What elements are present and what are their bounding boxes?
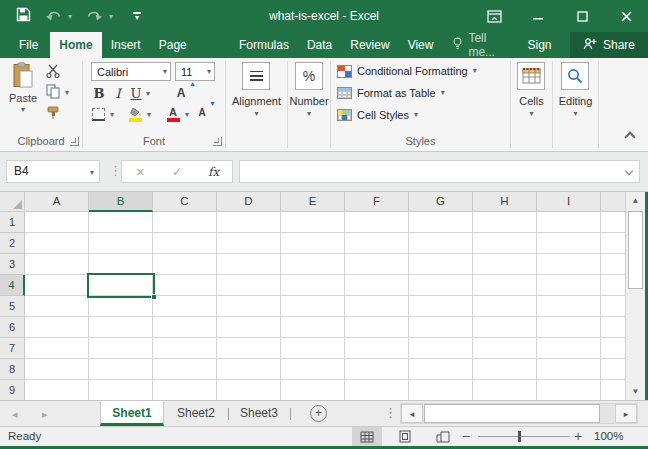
font-size-combo[interactable]: 11 ▾ bbox=[175, 62, 215, 81]
fill-color-caret-icon[interactable]: ▾ bbox=[147, 111, 151, 119]
close-button[interactable] bbox=[604, 0, 648, 32]
insert-function-button[interactable]: fx bbox=[195, 161, 232, 182]
horizontal-scrollbar[interactable]: ◂ ▸ bbox=[400, 403, 638, 424]
decrease-font-size-button[interactable]: A▼ bbox=[195, 104, 209, 120]
clipboard-dialog-launcher[interactable] bbox=[70, 137, 79, 146]
ribbon-display-options-icon[interactable] bbox=[472, 0, 516, 32]
expand-formula-bar-icon[interactable] bbox=[625, 167, 633, 175]
tab-insert[interactable]: Insert bbox=[102, 32, 150, 58]
tab-view[interactable]: View bbox=[399, 32, 443, 58]
row-header-2[interactable]: 2 bbox=[0, 233, 25, 254]
zoom-level[interactable]: 100% bbox=[594, 427, 623, 446]
alignment-caret-icon[interactable]: ▾ bbox=[226, 110, 287, 118]
customize-qat-icon[interactable]: ▾ bbox=[133, 12, 141, 20]
font-dialog-launcher[interactable] bbox=[213, 137, 222, 146]
copy-caret-icon[interactable]: ▾ bbox=[65, 89, 69, 97]
column-header-d[interactable]: D bbox=[217, 192, 281, 212]
column-header-f[interactable]: F bbox=[345, 192, 409, 212]
scroll-down-icon[interactable]: ▼ bbox=[626, 383, 645, 400]
tab-review[interactable]: Review bbox=[341, 32, 398, 58]
collapse-ribbon-icon[interactable] bbox=[624, 131, 635, 142]
page-break-preview-button[interactable] bbox=[428, 427, 458, 446]
editing-caret-icon[interactable]: ▾ bbox=[553, 110, 598, 118]
cells-area[interactable] bbox=[25, 212, 625, 400]
row-header-4-selected[interactable]: 4 bbox=[0, 275, 25, 296]
maximize-button[interactable] bbox=[560, 0, 604, 32]
cell-styles-button[interactable]: Cell Styles ▾ bbox=[337, 105, 418, 125]
formula-input[interactable] bbox=[239, 160, 640, 183]
sheet-tab-sheet2[interactable]: Sheet2 bbox=[166, 401, 226, 426]
tab-home[interactable]: Home bbox=[50, 32, 101, 58]
paste-button[interactable]: Paste ▾ bbox=[8, 62, 38, 114]
alignment-button[interactable] bbox=[242, 62, 270, 90]
column-header-i[interactable]: I bbox=[537, 192, 601, 212]
sheet-tab-sheet3[interactable]: Sheet3 bbox=[230, 401, 288, 426]
zoom-out-button[interactable]: − bbox=[462, 427, 470, 445]
next-sheet-icon[interactable]: ▸ bbox=[42, 401, 48, 427]
vertical-scrollbar-thumb[interactable] bbox=[628, 211, 643, 289]
underline-button[interactable]: U bbox=[129, 84, 143, 102]
sign-in-button[interactable]: Sign in bbox=[516, 32, 570, 58]
font-color-caret-icon[interactable]: ▾ bbox=[185, 111, 189, 119]
fill-color-button[interactable] bbox=[127, 105, 143, 123]
redo-caret-icon[interactable]: ▾ bbox=[109, 12, 113, 21]
zoom-slider-thumb[interactable] bbox=[518, 431, 521, 442]
horizontal-scrollbar-thumb[interactable] bbox=[424, 404, 600, 423]
zoom-slider-track[interactable] bbox=[478, 436, 570, 437]
increase-font-size-button[interactable]: A▲ bbox=[173, 84, 189, 102]
bold-button[interactable]: B bbox=[91, 84, 107, 102]
fill-handle[interactable] bbox=[151, 294, 157, 300]
borders-caret-icon[interactable]: ▾ bbox=[110, 111, 114, 119]
row-header-5[interactable]: 5 bbox=[0, 296, 25, 317]
tell-me-box[interactable]: Tell me... bbox=[442, 32, 515, 58]
select-all-button[interactable] bbox=[0, 192, 25, 212]
enter-button[interactable]: ✓ bbox=[159, 161, 196, 182]
cancel-button[interactable]: × bbox=[122, 161, 159, 182]
scroll-left-icon[interactable]: ◂ bbox=[401, 404, 423, 423]
row-header-8[interactable]: 8 bbox=[0, 359, 25, 380]
column-header-b-selected[interactable]: B bbox=[89, 192, 153, 212]
editing-button[interactable] bbox=[561, 62, 589, 90]
font-color-button[interactable]: A bbox=[165, 105, 181, 123]
minimize-button[interactable] bbox=[516, 0, 560, 32]
number-format-button[interactable]: % bbox=[295, 62, 323, 90]
share-button[interactable]: Share bbox=[570, 32, 648, 58]
borders-button[interactable] bbox=[91, 106, 106, 122]
column-header-e[interactable]: E bbox=[281, 192, 345, 212]
column-header-g[interactable]: G bbox=[409, 192, 473, 212]
column-header-c[interactable]: C bbox=[153, 192, 217, 212]
row-header-6[interactable]: 6 bbox=[0, 317, 25, 338]
cells-button[interactable] bbox=[517, 62, 545, 90]
format-painter-button[interactable] bbox=[44, 105, 62, 120]
conditional-formatting-button[interactable]: Conditional Formatting ▾ bbox=[337, 61, 477, 81]
tab-file[interactable]: File bbox=[7, 32, 50, 58]
redo-icon[interactable] bbox=[86, 7, 103, 25]
save-icon[interactable] bbox=[16, 7, 31, 26]
cut-button[interactable] bbox=[44, 63, 62, 78]
format-as-table-button[interactable]: Format as Table ▾ bbox=[337, 83, 445, 103]
tab-page-layout[interactable]: Page Layout bbox=[150, 32, 230, 58]
name-box[interactable]: B4 ▾ bbox=[6, 160, 100, 183]
tab-data[interactable]: Data bbox=[298, 32, 341, 58]
tab-formulas[interactable]: Formulas bbox=[230, 32, 298, 58]
name-box-caret-icon[interactable]: ▾ bbox=[90, 169, 94, 177]
font-family-combo[interactable]: Calibri ▾ bbox=[91, 62, 171, 81]
underline-caret-icon[interactable]: ▾ bbox=[146, 90, 150, 98]
selected-cell-b4[interactable] bbox=[87, 273, 155, 298]
row-header-3[interactable]: 3 bbox=[0, 254, 25, 275]
row-header-1[interactable]: 1 bbox=[0, 212, 25, 233]
row-header-7[interactable]: 7 bbox=[0, 338, 25, 359]
italic-button[interactable]: I bbox=[111, 84, 125, 102]
previous-sheet-icon[interactable]: ◂ bbox=[12, 401, 18, 427]
page-layout-view-button[interactable] bbox=[390, 427, 420, 446]
scroll-right-icon[interactable]: ▸ bbox=[615, 404, 637, 423]
zoom-in-button[interactable]: + bbox=[574, 427, 582, 445]
row-header-9[interactable]: 9 bbox=[0, 380, 25, 401]
new-sheet-button[interactable]: + bbox=[310, 405, 327, 422]
column-header-a[interactable]: A bbox=[25, 192, 89, 212]
cells-caret-icon[interactable]: ▾ bbox=[511, 110, 552, 118]
undo-icon[interactable] bbox=[45, 7, 62, 25]
column-header-j[interactable]: J bbox=[601, 192, 625, 212]
copy-button[interactable] bbox=[44, 84, 62, 99]
number-caret-icon[interactable]: ▾ bbox=[288, 110, 330, 118]
